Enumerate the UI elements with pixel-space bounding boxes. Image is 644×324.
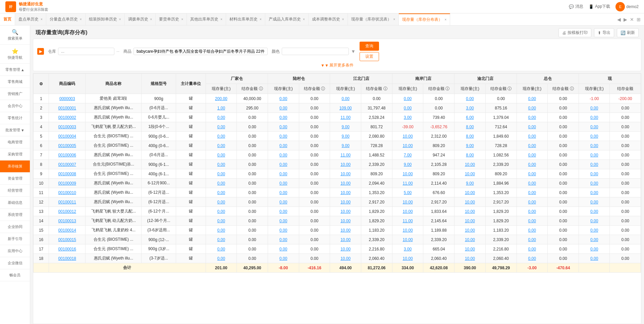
gear-icon[interactable]: ⚙	[39, 82, 43, 86]
user-area[interactable]: E demo2	[615, 2, 639, 11]
cell-warehouse-0-0[interactable]: 0.00	[206, 207, 236, 216]
cell-warehouse-6-0[interactable]: 0.00	[579, 254, 609, 263]
cell-warehouse-5-0[interactable]: 0.00	[517, 113, 547, 122]
tab-prev-icon[interactable]: ◀	[616, 16, 622, 23]
cell-warehouse-2-0[interactable]: 10.00	[330, 226, 361, 235]
cell-warehouse-3-0[interactable]: 10.00	[392, 141, 423, 150]
sidebar-item-basics[interactable]: 基础信息	[0, 197, 30, 209]
cell-code[interactable]: 00100002	[49, 113, 86, 122]
cell-warehouse-5-0[interactable]: 0.00	[517, 141, 547, 150]
cell-warehouse-2-0[interactable]: 10.00	[330, 254, 361, 263]
close-icon[interactable]: ×	[342, 17, 344, 21]
cell-warehouse-2-0[interactable]: 10.00	[330, 235, 361, 244]
tab-cost-adjust[interactable]: 成本调整单历史 ×	[309, 13, 348, 26]
cell-warehouse-0-0[interactable]: 200.00	[206, 94, 236, 103]
cell-code[interactable]: 00100008	[49, 169, 86, 179]
close-icon[interactable]: ×	[41, 17, 43, 21]
sidebar-item-retail[interactable]: 零售管理 ▲	[0, 64, 30, 76]
cell-warehouse-5-0[interactable]: 0.00	[517, 122, 547, 132]
cell-warehouse-1-0[interactable]: 0.00	[268, 179, 299, 188]
cell-warehouse-2-0[interactable]: 11.00	[330, 150, 361, 160]
cell-warehouse-6-0[interactable]: 0.00	[579, 188, 609, 197]
cell-warehouse-2-0[interactable]: 10.00	[330, 197, 361, 207]
query-btn[interactable]: 查询	[360, 42, 379, 51]
close-icon[interactable]: ×	[393, 17, 395, 21]
cell-code[interactable]: 00100011	[49, 197, 86, 207]
info-icon-4[interactable]: ⓘ	[445, 86, 449, 91]
sidebar-item-search[interactable]: 🔍 搜索英单	[0, 26, 30, 45]
cell-warehouse-6-0[interactable]: 0.00	[579, 244, 609, 254]
close-icon[interactable]: ×	[80, 17, 82, 21]
cell-warehouse-0-0[interactable]: 0.00	[206, 122, 236, 132]
cell-code[interactable]: 00100006	[49, 150, 86, 160]
cell-warehouse-6-0[interactable]: 0.00	[579, 216, 609, 226]
cell-warehouse-0-0[interactable]: 0.00	[206, 244, 236, 254]
cell-warehouse-0-0[interactable]: 0.00	[206, 216, 236, 226]
cell-warehouse-5-0[interactable]: 0.00	[517, 179, 547, 188]
color-dropdown-icon[interactable]: ▼	[351, 49, 356, 54]
cell-warehouse-3-0[interactable]: 3.00	[392, 244, 423, 254]
info-icon-5[interactable]: ⓘ	[507, 86, 512, 91]
cell-warehouse-1-0[interactable]: 0.00	[268, 122, 299, 132]
cell-warehouse-3-0[interactable]: 5.00	[392, 188, 423, 197]
goods-input[interactable]	[133, 48, 268, 55]
cell-warehouse-3-0[interactable]: 7.00	[392, 150, 423, 160]
cell-warehouse-3-0[interactable]: 10.00	[392, 226, 423, 235]
cell-warehouse-3-0[interactable]: 0.00	[392, 94, 423, 103]
cell-warehouse-2-0[interactable]: 10.00	[330, 169, 361, 179]
cell-warehouse-6-0[interactable]: 0.00	[579, 235, 609, 244]
tab-split-history[interactable]: 分量盘点单历史 ×	[46, 13, 86, 26]
sidebar-item-ecommerce[interactable]: 电商管理	[0, 136, 30, 148]
cell-warehouse-1-0[interactable]: 0.00	[268, 188, 299, 197]
cell-warehouse-2-0[interactable]: 9.00	[330, 132, 361, 141]
setting-btn[interactable]: 设置	[360, 52, 379, 61]
info-icon-1[interactable]: ⓘ	[259, 86, 263, 91]
warehouse-dots[interactable]: ···	[116, 49, 119, 53]
sidebar-item-inventory[interactable]: 库存核算	[0, 160, 30, 173]
sidebar-item-collab[interactable]: 企业协同	[0, 221, 30, 233]
tab-inventory-history[interactable]: 盘点单历史 ×	[15, 13, 46, 26]
cell-warehouse-4-0[interactable]: 10.00	[454, 207, 485, 216]
cell-warehouse-1-0[interactable]: 0.00	[268, 132, 299, 141]
cell-warehouse-3-0[interactable]: 11.00	[392, 216, 423, 226]
cell-code[interactable]: 00100003	[49, 122, 86, 132]
cell-warehouse-5-0[interactable]: 0.00	[517, 197, 547, 207]
close-icon[interactable]: ×	[260, 17, 262, 21]
cell-warehouse-1-0[interactable]: 0.00	[268, 169, 299, 179]
cell-warehouse-5-0[interactable]: 0.00	[517, 226, 547, 235]
cell-warehouse-2-0[interactable]: 10.00	[330, 207, 361, 216]
sidebar-item-retail-stats[interactable]: 零售统计	[0, 112, 30, 124]
cell-warehouse-1-0[interactable]: 0.00	[268, 103, 299, 113]
tab-assembly-history[interactable]: 组装拆卸单历史 ×	[86, 13, 125, 26]
cell-warehouse-4-0[interactable]: 9.00	[454, 141, 485, 150]
cell-warehouse-4-0[interactable]: 10.00	[454, 216, 485, 226]
cell-warehouse-4-0[interactable]: 8.00	[454, 150, 485, 160]
cell-warehouse-5-0[interactable]: 0.00	[517, 150, 547, 160]
cell-warehouse-6-0[interactable]: 0.00	[579, 160, 609, 169]
cell-warehouse-1-0[interactable]: 0.00	[268, 160, 299, 169]
tab-material-outbound[interactable]: 材料出库单历史 ×	[226, 13, 265, 26]
cell-code[interactable]: 00100012	[49, 207, 86, 216]
cell-warehouse-4-0[interactable]: 10.00	[454, 254, 485, 263]
cell-warehouse-2-0[interactable]: 0.00	[330, 94, 361, 103]
sidebar-item-system[interactable]: 系统管理	[0, 209, 30, 221]
sidebar-item-vip[interactable]: 畅会员	[0, 269, 30, 281]
cell-warehouse-0-0[interactable]: 0.00	[206, 160, 236, 169]
cell-warehouse-3-0[interactable]: 10.00	[392, 197, 423, 207]
cell-warehouse-4-0[interactable]: 10.00	[454, 226, 485, 235]
cell-warehouse-6-0[interactable]: 0.00	[579, 207, 609, 216]
cell-warehouse-4-0[interactable]: 8.00	[454, 122, 485, 132]
cell-warehouse-3-0[interactable]: 10.00	[392, 207, 423, 216]
cell-warehouse-6-0[interactable]: 0.00	[579, 132, 609, 141]
cell-warehouse-6-0[interactable]: 0.00	[579, 113, 609, 122]
close-icon[interactable]: ×	[303, 17, 305, 21]
cell-warehouse-6-0[interactable]: 0.00	[579, 122, 609, 132]
cell-code[interactable]: 00100001	[49, 103, 86, 113]
cell-warehouse-5-0[interactable]: 0.00	[517, 94, 547, 103]
cell-warehouse-4-0[interactable]: 10.00	[454, 169, 485, 179]
cell-code[interactable]: 00100014	[49, 226, 86, 235]
cell-warehouse-2-0[interactable]: 10.00	[330, 244, 361, 254]
cell-code[interactable]: 00100007	[49, 160, 86, 169]
cell-warehouse-2-0[interactable]: 10.00	[330, 160, 361, 169]
tab-next-icon[interactable]: ▶	[623, 16, 628, 23]
